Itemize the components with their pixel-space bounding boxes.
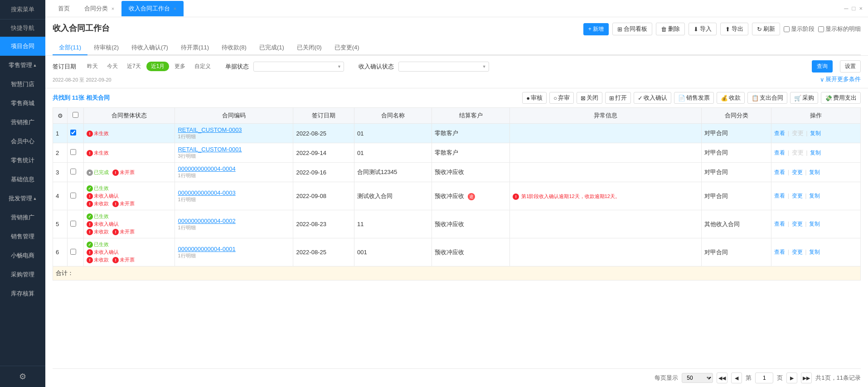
sidebar-item-smart-store[interactable]: 智慧门店: [0, 75, 45, 94]
tab-home[interactable]: 首页: [51, 1, 77, 16]
action-close[interactable]: ⊠ 关闭: [577, 92, 602, 104]
per-page-select[interactable]: 50 20 100: [682, 373, 713, 383]
close-btn[interactable]: ×: [859, 5, 863, 12]
op-change[interactable]: 变更: [792, 169, 803, 175]
show-mark-checkbox[interactable]: 显示标的明细: [818, 25, 861, 33]
status-tag-no-invoice: ! 未开票: [112, 169, 135, 176]
page-last-btn[interactable]: ▶▶: [801, 372, 812, 383]
tab-all[interactable]: 全部(11): [53, 41, 87, 55]
sidebar-item-retail-mgmt[interactable]: 零售管理▲: [0, 56, 45, 75]
filter-last7[interactable]: 近7天: [123, 62, 145, 71]
settings-button[interactable]: 设置: [840, 60, 861, 73]
action-audit[interactable]: ● 审核: [522, 92, 547, 104]
show-stage-checkbox[interactable]: 显示阶段: [784, 25, 815, 33]
filter-more[interactable]: 更多: [171, 62, 189, 71]
action-open[interactable]: ⊞ 打开: [605, 92, 631, 104]
sidebar-item-member[interactable]: 会员中心: [0, 132, 45, 151]
page-number-input[interactable]: [755, 372, 773, 383]
filter-yesterday[interactable]: 昨天: [83, 62, 102, 71]
action-purchase[interactable]: 🛒 采购: [790, 92, 818, 104]
sidebar-item-xiaochangec[interactable]: 小畅电商: [0, 246, 45, 265]
maximize-btn[interactable]: □: [852, 5, 856, 12]
op-change[interactable]: 变更: [792, 249, 803, 255]
op-copy[interactable]: 复制: [810, 130, 821, 136]
action-sales-invoice[interactable]: 📄 销售发票: [674, 92, 714, 104]
op-copy[interactable]: 复制: [809, 221, 820, 227]
page-first-btn[interactable]: ◀◀: [717, 372, 727, 383]
filter-today[interactable]: 今天: [103, 62, 121, 71]
sidebar-item-sales-mgmt[interactable]: 销售管理: [0, 227, 45, 246]
op-view[interactable]: 查看: [774, 193, 785, 199]
page-next-btn[interactable]: ▶: [786, 372, 797, 383]
filter-last1month[interactable]: 近1月: [146, 62, 170, 71]
add-button[interactable]: + 新增: [583, 23, 609, 35]
row-checkbox[interactable]: [70, 221, 76, 227]
contract-code-link[interactable]: 0000000000004-0003: [178, 189, 235, 196]
sidebar-settings[interactable]: ⚙: [0, 366, 45, 387]
op-view[interactable]: 查看: [774, 169, 785, 175]
tab-pending-invoice[interactable]: 待开票(11): [175, 41, 215, 55]
col-settings[interactable]: ⚙: [53, 108, 68, 124]
tab-pending-income-confirm[interactable]: 待收入确认(7): [125, 41, 175, 55]
action-expense-payment[interactable]: 💸 费用支出: [821, 92, 861, 104]
export-button[interactable]: ⬆ 导出: [720, 23, 748, 35]
tab-close-contract-category[interactable]: ×: [112, 6, 114, 11]
contract-code-link[interactable]: 0000000000004-0002: [178, 218, 235, 224]
contract-code-link[interactable]: 0000000000004-0004: [178, 165, 235, 172]
op-change[interactable]: 变更: [792, 221, 803, 227]
circle-red-icon: !: [112, 257, 119, 263]
row-checkbox[interactable]: [70, 193, 76, 198]
tab-pending-review[interactable]: 待审核(2): [87, 41, 125, 55]
refresh-button[interactable]: ↻ 刷新: [752, 23, 780, 35]
tab-changed[interactable]: 已变更(4): [328, 41, 366, 55]
select-all-checkbox[interactable]: [73, 112, 78, 118]
sidebar-item-project[interactable]: 项目合同: [0, 37, 45, 56]
row-checkbox[interactable]: [70, 130, 76, 135]
op-change[interactable]: 变更: [792, 193, 803, 199]
op-copy[interactable]: 复制: [809, 169, 820, 175]
sidebar-item-purchase-mgmt[interactable]: 采购管理: [0, 265, 45, 284]
tab-income-contract[interactable]: 收入合同工作台 ×: [121, 1, 184, 16]
row-checkbox[interactable]: [70, 169, 76, 174]
sidebar-quick-nav[interactable]: 快捷导航: [0, 19, 45, 37]
sidebar-item-inventory[interactable]: 库存核算: [0, 284, 45, 303]
contract-code-link[interactable]: RETAIL_CUSTOM-0003: [178, 126, 242, 133]
tab-completed[interactable]: 已完成(1): [253, 41, 291, 55]
action-expense-contract[interactable]: 📋 支出合同: [747, 92, 787, 104]
query-button[interactable]: 查询: [812, 60, 833, 73]
op-view[interactable]: 查看: [774, 249, 785, 255]
op-copy[interactable]: 复制: [809, 193, 820, 199]
contract-code-link[interactable]: 0000000000004-0001: [178, 246, 235, 252]
doc-status-select[interactable]: [253, 62, 344, 72]
op-view[interactable]: 查看: [774, 130, 785, 136]
op-copy[interactable]: 复制: [809, 249, 820, 255]
income-confirm-select[interactable]: [398, 62, 489, 72]
op-view[interactable]: 查看: [774, 221, 785, 227]
row-checkbox[interactable]: [70, 249, 76, 255]
tab-closed[interactable]: 已关闭(0): [291, 41, 328, 55]
import-button[interactable]: ⬇ 导入: [689, 23, 717, 35]
action-receipt[interactable]: 💰 收款: [717, 92, 745, 104]
op-copy[interactable]: 复制: [810, 150, 821, 156]
sidebar-item-marketing2[interactable]: 营销推广: [0, 208, 45, 227]
tab-pending-receipt[interactable]: 待收款(8): [215, 41, 253, 55]
page-prev-btn[interactable]: ◀: [731, 372, 742, 383]
contract-code-link[interactable]: RETAIL_CUSTOM-0001: [178, 146, 242, 153]
sidebar-item-marketing[interactable]: 营销推广: [0, 113, 45, 132]
op-view[interactable]: 查看: [774, 150, 785, 156]
expand-btn[interactable]: ∨ 展开更多条件: [820, 75, 861, 83]
action-income-confirm[interactable]: ✓ 收入确认: [634, 92, 671, 104]
tab-close-income-contract[interactable]: ×: [174, 6, 176, 11]
sidebar-item-retail-mall[interactable]: 零售商城: [0, 94, 45, 113]
sidebar-item-retail-stat[interactable]: 零售统计: [0, 151, 45, 170]
delete-button[interactable]: 🗑 删除: [656, 23, 685, 35]
row-checkbox[interactable]: [70, 149, 76, 155]
sidebar-item-wholesale-mgmt[interactable]: 批发管理▲: [0, 189, 45, 208]
filter-custom[interactable]: 自定义: [191, 62, 214, 71]
sidebar-item-basic-info[interactable]: 基础信息: [0, 170, 45, 189]
kanban-button[interactable]: ⊞ 合同看板: [612, 23, 652, 35]
tab-contract-category[interactable]: 合同分类 ×: [77, 1, 121, 16]
action-cancel-audit[interactable]: ○ 弃审: [549, 92, 574, 104]
minimize-btn[interactable]: ─: [844, 5, 848, 12]
sidebar-search[interactable]: 搜索菜单: [0, 0, 45, 19]
